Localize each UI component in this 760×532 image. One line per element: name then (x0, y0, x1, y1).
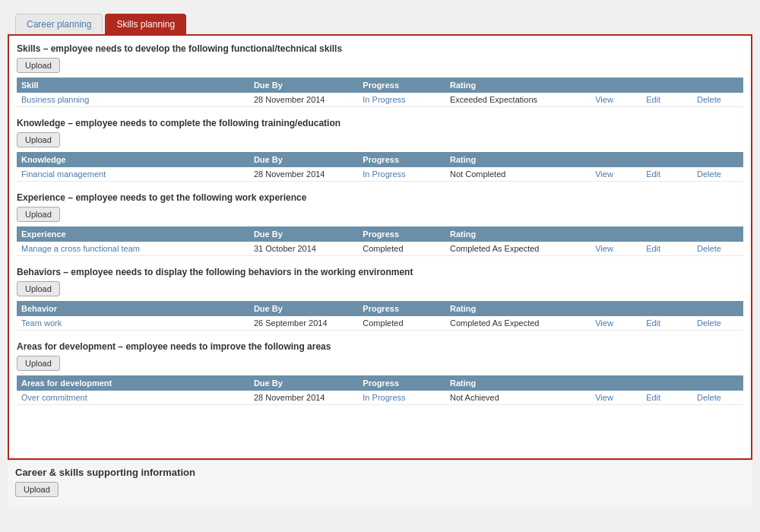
experience-row-progress: Completed (358, 242, 445, 256)
skills-row-rating: Exceeded Expectations (445, 93, 591, 107)
knowledge-col-rating: Rating (445, 152, 591, 167)
experience-col-progress: Progress (358, 226, 445, 242)
experience-row-view[interactable]: View (591, 242, 641, 256)
experience-row-main: Manage a cross functional team (17, 242, 249, 256)
behaviors-col-rating: Rating (445, 301, 591, 316)
experience-row-edit[interactable]: Edit (641, 242, 692, 256)
skills-col-view (591, 78, 641, 93)
tab-skills-planning-label: Skills planning (116, 19, 175, 30)
skills-col-delete (692, 78, 743, 93)
footer-title: Career & skills supporting information (15, 467, 745, 478)
knowledge-col-dueby: Due By (249, 152, 358, 167)
skills-upload-button[interactable]: Upload (17, 58, 60, 73)
behaviors-row-delete[interactable]: Delete (692, 316, 743, 331)
tab-career-planning-label: Career planning (27, 19, 91, 30)
skills-row-main: Business planning (17, 93, 249, 107)
knowledge-row-dueby: 28 November 2014 (249, 167, 358, 182)
behaviors-col-progress: Progress (358, 301, 445, 316)
tab-skills-planning[interactable]: Skills planning (105, 14, 186, 34)
experience-upload-button[interactable]: Upload (17, 207, 60, 222)
behaviors-table: Behavior Due By Progress Rating Team wor… (17, 301, 743, 331)
skills-section-title: Skills – employee needs to develop the f… (17, 43, 743, 54)
experience-row-dueby: 31 October 2014 (249, 242, 358, 256)
skills-section: Skills – employee needs to develop the f… (17, 43, 743, 107)
experience-row-rating: Completed As Expected (445, 242, 591, 256)
skills-col-skill: Skill (17, 78, 249, 93)
experience-section: Experience – employee needs to get the f… (17, 192, 743, 256)
areas-upload-button[interactable]: Upload (17, 356, 60, 371)
areas-row-edit[interactable]: Edit (641, 391, 692, 405)
knowledge-row-delete[interactable]: Delete (692, 167, 743, 182)
table-row: Financial management 28 November 2014 In… (17, 167, 743, 182)
footer-section: Career & skills supporting information U… (8, 460, 752, 508)
skills-row-link[interactable]: Business planning (21, 95, 89, 104)
knowledge-col-progress: Progress (358, 152, 445, 167)
experience-section-title: Experience – employee needs to get the f… (17, 192, 743, 203)
areas-row-view[interactable]: View (591, 391, 641, 405)
knowledge-table: Knowledge Due By Progress Rating Financi… (17, 152, 743, 182)
page-wrapper: Career planning Skills planning Skills –… (0, 0, 760, 532)
main-content: Skills – employee needs to develop the f… (8, 34, 752, 460)
skills-table: Skill Due By Progress Rating Business pl… (17, 78, 743, 107)
areas-row-link[interactable]: Over commitment (21, 393, 87, 402)
skills-col-progress: Progress (358, 78, 445, 93)
behaviors-row-main: Team work (17, 316, 249, 331)
knowledge-row-link[interactable]: Financial management (21, 169, 106, 179)
behaviors-upload-button[interactable]: Upload (17, 281, 60, 296)
knowledge-row-main: Financial management (17, 167, 249, 182)
areas-col-rating: Rating (445, 375, 591, 391)
areas-col-area: Areas for development (17, 375, 249, 391)
areas-for-development-section: Areas for development – employee needs t… (17, 341, 743, 405)
table-row: Business planning 28 November 2014 In Pr… (17, 93, 743, 107)
knowledge-row-rating: Not Completed (445, 167, 591, 182)
skills-row-view[interactable]: View (591, 93, 641, 107)
experience-col-dueby: Due By (249, 226, 358, 242)
footer-upload-button[interactable]: Upload (15, 482, 59, 497)
experience-row-delete[interactable]: Delete (692, 242, 743, 256)
areas-col-progress: Progress (358, 375, 445, 391)
behaviors-row-dueby: 26 September 2014 (249, 316, 358, 331)
skills-col-edit (641, 78, 692, 93)
areas-section-title: Areas for development – employee needs t… (17, 341, 743, 352)
skills-row-dueby: 28 November 2014 (249, 93, 358, 107)
table-row: Team work 26 September 2014 Completed Co… (17, 316, 743, 331)
knowledge-col-knowledge: Knowledge (17, 152, 249, 167)
skills-col-rating: Rating (445, 78, 591, 93)
areas-col-dueby: Due By (249, 375, 358, 391)
behaviors-col-behavior: Behavior (17, 301, 249, 316)
behaviors-section: Behaviors – employee needs to display th… (17, 267, 743, 331)
areas-row-delete[interactable]: Delete (692, 391, 743, 405)
behaviors-row-progress: Completed (358, 316, 445, 331)
areas-row-main: Over commitment (17, 391, 249, 405)
experience-col-experience: Experience (17, 226, 249, 242)
skills-row-delete[interactable]: Delete (692, 93, 743, 107)
knowledge-upload-button[interactable]: Upload (17, 132, 60, 147)
tabs-bar: Career planning Skills planning (8, 8, 752, 34)
knowledge-row-edit[interactable]: Edit (641, 167, 692, 182)
experience-row-link[interactable]: Manage a cross functional team (21, 244, 140, 253)
table-row: Over commitment 28 November 2014 In Prog… (17, 391, 743, 405)
behaviors-row-rating: Completed As Expected (445, 316, 591, 331)
areas-row-dueby: 28 November 2014 (249, 391, 358, 405)
knowledge-section: Knowledge – employee needs to complete t… (17, 118, 743, 182)
experience-col-rating: Rating (445, 226, 591, 242)
knowledge-section-title: Knowledge – employee needs to complete t… (17, 118, 743, 128)
knowledge-row-progress: In Progress (358, 167, 445, 182)
behaviors-row-link[interactable]: Team work (21, 318, 62, 328)
skills-col-dueby: Due By (249, 78, 358, 93)
areas-table: Areas for development Due By Progress Ra… (17, 375, 743, 405)
behaviors-col-dueby: Due By (249, 301, 358, 316)
table-row: Manage a cross functional team 31 Octobe… (17, 242, 743, 256)
areas-row-progress: In Progress (358, 391, 445, 405)
behaviors-row-view[interactable]: View (591, 316, 641, 331)
behaviors-section-title: Behaviors – employee needs to display th… (17, 267, 743, 277)
areas-row-rating: Not Achieved (445, 391, 591, 405)
skills-row-progress: In Progress (358, 93, 445, 107)
tab-career-planning[interactable]: Career planning (15, 14, 103, 34)
behaviors-row-edit[interactable]: Edit (641, 316, 692, 331)
experience-table: Experience Due By Progress Rating Manage… (17, 226, 743, 256)
skills-row-edit[interactable]: Edit (641, 93, 692, 107)
knowledge-row-view[interactable]: View (591, 167, 641, 182)
